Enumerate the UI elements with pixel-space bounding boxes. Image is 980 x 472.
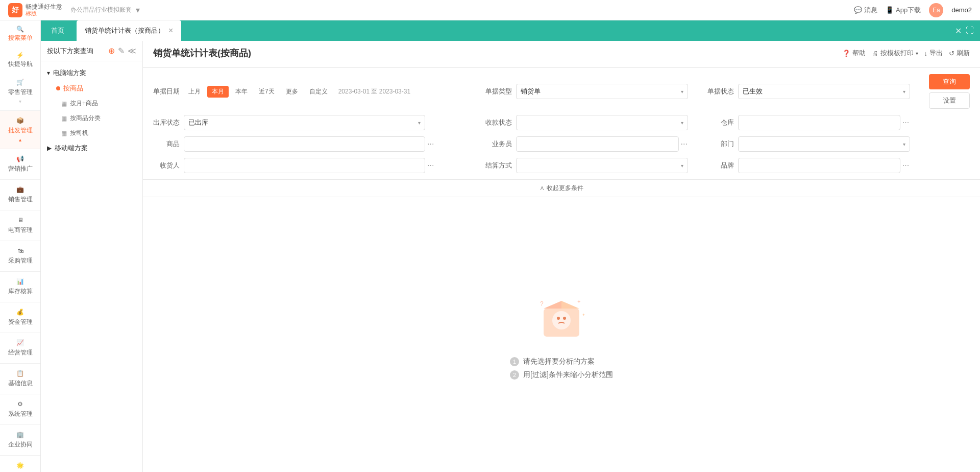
- sidebar-item-system[interactable]: ⚙ 系统管理: [0, 394, 40, 425]
- user-name[interactable]: demo2: [951, 6, 972, 14]
- date-tab-prev-month[interactable]: 上月: [184, 86, 205, 98]
- scheme-item-by-driver[interactable]: ▦ 按司机: [41, 126, 142, 140]
- stock-status-dropdown[interactable]: 已出库 ▾: [184, 115, 425, 130]
- settings-button[interactable]: 设置: [929, 92, 970, 109]
- filter-dept: 部门 ▾: [707, 136, 929, 152]
- sidebar-item-sales[interactable]: 💼 销售管理: [0, 180, 40, 210]
- goods-input[interactable]: [184, 136, 425, 152]
- warehouse-input[interactable]: [738, 115, 900, 130]
- sidebar-item-inventory[interactable]: 📊 库存核算: [0, 272, 40, 302]
- doc-status-arrow-icon: ▾: [903, 89, 905, 95]
- staff-more-icon[interactable]: ···: [681, 139, 688, 149]
- recipient-label: 收货人: [153, 161, 184, 170]
- add-scheme-button[interactable]: ⊕: [108, 46, 115, 56]
- payment-status-dropdown[interactable]: ▾: [516, 115, 688, 130]
- recipient-input[interactable]: [184, 158, 425, 173]
- scheme-group-mobile-title[interactable]: ▶ 移动端方案: [41, 140, 142, 156]
- page-title: 销货单统计计表(按商品): [153, 47, 251, 59]
- collapse-bar[interactable]: ∧ 收起更多条件: [143, 180, 980, 197]
- filter-row-4: 收货人 ··· 结算方式: [153, 158, 970, 173]
- payment-status-control: ▾: [516, 115, 707, 130]
- ecommerce-icon: 🖥: [17, 217, 23, 224]
- system-icon: ⚙: [17, 400, 23, 408]
- sidebar-search[interactable]: 🔍 搜索菜单: [0, 20, 40, 48]
- app-download-button[interactable]: 📱 App下载: [886, 6, 921, 15]
- date-range: 2023-03-01 至 2023-03-31: [338, 87, 410, 96]
- sidebar-quicknav[interactable]: ⚡ 快捷导航: [0, 48, 40, 73]
- query-button[interactable]: 查询: [929, 74, 970, 89]
- group-arrow-icon: ▾: [47, 69, 50, 77]
- filter-payment-method: 结算方式 ▾: [485, 158, 707, 173]
- wholesale-arrow: ▴: [19, 137, 21, 143]
- dept-dropdown[interactable]: ▾: [738, 136, 910, 152]
- tab-active[interactable]: 销货单统计计表（按商品） ×: [77, 20, 181, 41]
- sidebar-item-purchase[interactable]: 🛍 采购管理: [0, 241, 40, 272]
- tab-close-all-button[interactable]: ✕: [955, 26, 962, 36]
- svg-text:✦: ✦: [577, 299, 581, 304]
- filter-doc-status: 单据状态 已生效 ▾: [707, 84, 929, 99]
- staff-control: ···: [516, 136, 707, 152]
- filter-wrapper: 单据日期 上月 本月 本年 近7天 更多: [143, 68, 980, 197]
- collapse-panel-button[interactable]: ≪: [128, 46, 136, 56]
- wholesale-icon: 📦: [16, 117, 24, 124]
- scheme-item-by-goods[interactable]: 按商品: [41, 81, 142, 96]
- svg-text:✦: ✦: [582, 313, 585, 317]
- date-tab-cur-month[interactable]: 本月: [207, 86, 229, 98]
- help-button[interactable]: ❓ 帮助: [842, 49, 866, 58]
- tab-maximize-button[interactable]: ⛶: [966, 26, 974, 35]
- sidebar-item-base[interactable]: 📋 基础信息: [0, 364, 40, 394]
- refresh-button[interactable]: ↺ 刷新: [949, 49, 970, 58]
- sidebar-item-enterprise[interactable]: 🏢 企业协同: [0, 425, 40, 456]
- tab-actions: ✕ ⛶: [955, 26, 980, 36]
- date-tab-more[interactable]: 更多: [281, 86, 303, 98]
- svg-point-5: [563, 317, 566, 320]
- empty-text-item-1: 1 请先选择要分析的方案: [510, 357, 613, 366]
- scheme-item-by-category[interactable]: ▦ 按商品分类: [41, 111, 142, 126]
- scheme-group-desktop: ▾ 电脑端方案 按商品 ▦ 按月+商品 ▦ 按: [41, 65, 142, 140]
- date-tab-cur-year[interactable]: 本年: [231, 86, 252, 98]
- avatar[interactable]: Ea: [929, 3, 943, 17]
- scheme-item-by-month-goods[interactable]: ▦ 按月+商品: [41, 96, 142, 111]
- brand-more-icon[interactable]: ···: [902, 161, 909, 170]
- recipient-more-icon[interactable]: ···: [427, 161, 434, 170]
- filter-date: 单据日期 上月 本月 本年 近7天 更多: [153, 86, 485, 98]
- search-icon: 🔍: [16, 26, 24, 33]
- goods-more-icon[interactable]: ···: [427, 139, 434, 149]
- doc-type-arrow-icon: ▾: [681, 89, 683, 95]
- staff-input[interactable]: [516, 136, 678, 152]
- sidebar-item-ecommerce[interactable]: 🖥 电商管理: [0, 210, 40, 241]
- enterprise-icon: 🏢: [16, 431, 24, 438]
- brand-input[interactable]: [738, 158, 900, 173]
- page-header-top: 销货单统计计表(按商品) ❓ 帮助 🖨 按模板打印 ▾: [153, 47, 970, 59]
- date-tab-custom[interactable]: 自定义: [305, 86, 332, 98]
- payment-method-dropdown[interactable]: ▾: [516, 158, 688, 173]
- tab-close-button[interactable]: ×: [168, 27, 173, 35]
- filter-row-2: 出库状态 已出库 ▾ 收款状态: [153, 115, 970, 130]
- edit-scheme-button[interactable]: ✎: [118, 46, 125, 56]
- empty-step-2-num: 2: [510, 370, 519, 380]
- doc-type-dropdown[interactable]: 销货单 ▾: [516, 84, 688, 99]
- top-bar: 好 畅捷通好生意 标版 办公用品行业模拟账套 ▾ 💬 消息 📱 App下载 Ea…: [0, 0, 980, 20]
- filter-row-1: 单据日期 上月 本月 本年 近7天 更多: [153, 74, 970, 109]
- export-button[interactable]: ↓ 导出: [924, 49, 943, 58]
- dept-control: ▾: [738, 136, 929, 152]
- tab-home[interactable]: 首页: [41, 20, 75, 41]
- warehouse-more-icon[interactable]: ···: [902, 118, 909, 127]
- doc-status-dropdown[interactable]: 已生效 ▾: [738, 84, 910, 99]
- dept-arrow-icon: ▾: [903, 141, 905, 147]
- sidebar-item-guide[interactable]: 🌟 新手引导: [0, 456, 40, 472]
- payment-status-label: 收款状态: [485, 118, 516, 127]
- sidebar-item-retail[interactable]: 🛒 零售管理 ▾: [0, 73, 40, 111]
- sidebar-item-wholesale[interactable]: 📦 批发管理 ▴: [0, 111, 40, 149]
- sidebar-item-marketing[interactable]: 📢 营销推广: [0, 149, 40, 180]
- template-print-button[interactable]: 🖨 按模板打印 ▾: [872, 49, 918, 58]
- app-dropdown-icon[interactable]: ▾: [136, 5, 140, 15]
- date-tab-7days[interactable]: 近7天: [254, 86, 279, 98]
- message-button[interactable]: 💬 消息: [854, 6, 877, 15]
- date-label: 单据日期: [153, 87, 184, 96]
- sidebar-item-finance[interactable]: 💰 资金管理: [0, 302, 40, 333]
- dept-label: 部门: [707, 139, 738, 149]
- left-panel-header: 按以下方案查询 ⊕ ✎ ≪: [41, 41, 142, 61]
- sidebar-item-ops[interactable]: 📈 经营管理: [0, 333, 40, 364]
- scheme-group-desktop-title[interactable]: ▾ 电脑端方案: [41, 65, 142, 81]
